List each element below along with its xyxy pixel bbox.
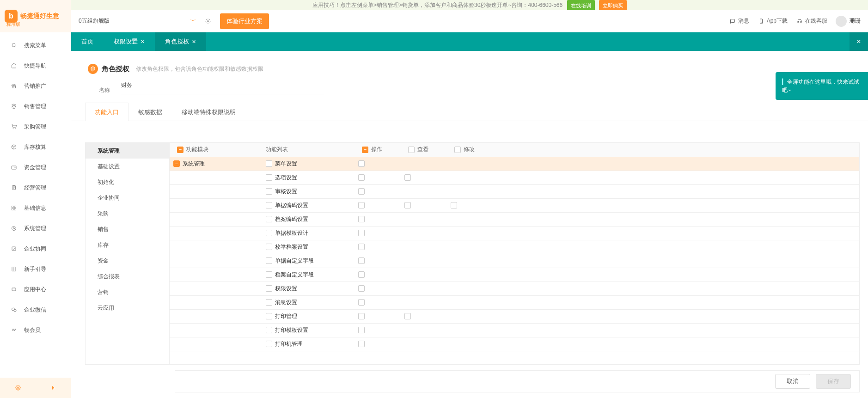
list-checkbox[interactable] (266, 160, 272, 167)
list-checkbox[interactable] (266, 244, 272, 250)
op-checkbox[interactable] (358, 257, 365, 264)
op-checkbox[interactable] (358, 299, 365, 306)
category-item[interactable]: 企业协同 (86, 190, 169, 206)
logo[interactable]: b 畅捷通好生意 标准版 (0, 0, 71, 32)
svg-point-0 (12, 43, 15, 47)
list-checkbox[interactable] (266, 202, 272, 208)
op-checkbox[interactable] (358, 341, 365, 347)
feature-name: 档案自定义字段 (275, 271, 314, 279)
svg-rect-28 (52, 386, 53, 390)
tenant-select[interactable]: 0五组旗舰版 ﹀ (79, 14, 196, 29)
op-checkbox[interactable] (358, 285, 365, 292)
tenant-settings-icon[interactable] (201, 14, 215, 29)
checkbox-all-edit[interactable] (454, 147, 461, 153)
nav-item-wechat[interactable]: 企业微信 (0, 300, 71, 320)
checkbox-all-op[interactable]: − (362, 147, 368, 153)
category-item[interactable]: 库存 (86, 237, 169, 253)
op-checkbox[interactable] (358, 313, 365, 319)
tab-首页[interactable]: 首页 (71, 32, 104, 51)
category-item[interactable]: 系统管理 (86, 143, 169, 159)
close-icon[interactable]: ✕ (192, 39, 196, 45)
nav-item-wallet[interactable]: 资金管理 (0, 157, 71, 178)
inner-tab-移动端特殊权限说明[interactable]: 移动端特殊权限说明 (172, 103, 245, 121)
nav-item-gift[interactable]: 营销推广 (0, 76, 71, 96)
industry-plan-button[interactable]: 体验行业方案 (220, 13, 269, 29)
tab-权限设置[interactable]: 权限设置✕ (104, 32, 155, 51)
nav-item-doc[interactable]: 经营管理 (0, 178, 71, 198)
nav-item-grid[interactable]: 基础信息 (0, 198, 71, 218)
avatar[interactable] (836, 16, 847, 27)
nav-item-search[interactable]: 搜索菜单 (0, 35, 71, 55)
category-item[interactable]: 销售 (86, 221, 169, 237)
inner-tabs: 功能入口敏感数据移动端特殊权限说明 (71, 103, 868, 121)
checkbox-all-module[interactable]: − (177, 147, 183, 153)
permission-row: 权限设置 (170, 282, 859, 295)
close-all-tabs[interactable]: ✕ (850, 32, 868, 51)
category-item[interactable]: 综合报表 (86, 269, 169, 284)
op-checkbox[interactable] (358, 160, 365, 167)
permission-row: 档案自定义字段 (170, 268, 859, 282)
inner-tab-敏感数据[interactable]: 敏感数据 (128, 103, 172, 121)
username[interactable]: 珊珊 (850, 17, 861, 25)
op-checkbox[interactable] (358, 188, 365, 195)
svg-rect-15 (14, 208, 16, 210)
view-checkbox[interactable] (404, 174, 411, 181)
list-checkbox[interactable] (266, 313, 272, 319)
nav-item-gear[interactable]: 系统管理 (0, 218, 71, 239)
op-checkbox[interactable] (358, 327, 365, 333)
list-checkbox[interactable] (266, 341, 272, 347)
nav-item-tag[interactable]: 销售管理 (0, 96, 71, 116)
list-checkbox[interactable] (266, 216, 272, 222)
category-item[interactable]: 采购 (86, 206, 169, 221)
list-checkbox[interactable] (266, 257, 272, 264)
category-item[interactable]: 初始化 (86, 174, 169, 190)
support-link[interactable]: 在线客服 (796, 17, 827, 25)
promo-buy-button[interactable]: 立即购买 (599, 0, 627, 11)
category-item[interactable]: 基础设置 (86, 159, 169, 174)
nav-item-box[interactable]: 库存核算 (0, 137, 71, 157)
list-checkbox[interactable] (266, 271, 272, 278)
collapse-icon[interactable] (48, 382, 59, 393)
op-checkbox[interactable] (358, 230, 365, 236)
feature-name: 单据模板设计 (275, 229, 308, 237)
nav-item-team[interactable]: 企业协同 (0, 239, 71, 259)
messages-link[interactable]: 消息 (729, 17, 749, 25)
permission-row: 单据自定义字段 (170, 254, 859, 268)
op-checkbox[interactable] (358, 244, 365, 250)
nav-item-book[interactable]: 新手引导 (0, 259, 71, 279)
module-checkbox[interactable]: − (173, 160, 180, 167)
inner-tab-功能入口[interactable]: 功能入口 (85, 103, 128, 121)
page-desc: 修改角色权限，包含该角色功能权限和敏感数据权限 (136, 65, 263, 73)
close-icon[interactable]: ✕ (141, 39, 145, 45)
fullscreen-hint[interactable]: 全屏功能在这里哦，快来试试吧~ (776, 72, 868, 100)
edit-checkbox[interactable] (451, 202, 457, 208)
op-checkbox[interactable] (358, 216, 365, 222)
category-item[interactable]: 资金 (86, 253, 169, 269)
list-checkbox[interactable] (266, 230, 272, 236)
category-item[interactable]: 营销 (86, 284, 169, 300)
nav-item-app[interactable]: 应用中心 (0, 279, 71, 300)
wechat-icon (9, 305, 18, 314)
list-checkbox[interactable] (266, 174, 272, 181)
checkbox-all-view[interactable] (408, 147, 415, 153)
nav-item-vip[interactable]: 畅会员 (0, 320, 71, 340)
nav-item-home[interactable]: 快捷导航 (0, 55, 71, 76)
tab-角色授权[interactable]: 角色授权✕ (155, 32, 206, 51)
cancel-button[interactable]: 取消 (775, 374, 810, 389)
settings-icon[interactable] (12, 382, 24, 393)
op-checkbox[interactable] (358, 271, 365, 278)
nav-item-cart[interactable]: 采购管理 (0, 116, 71, 137)
view-checkbox[interactable] (404, 313, 411, 319)
list-checkbox[interactable] (266, 299, 272, 306)
list-checkbox[interactable] (266, 327, 272, 333)
list-checkbox[interactable] (266, 285, 272, 292)
gear-icon (9, 224, 18, 233)
op-checkbox[interactable] (358, 174, 365, 181)
app-download-link[interactable]: App下载 (758, 17, 788, 25)
list-checkbox[interactable] (266, 188, 272, 195)
view-checkbox[interactable] (404, 202, 411, 208)
name-value: 财务 (121, 81, 324, 94)
category-item[interactable]: 云应用 (86, 300, 169, 316)
op-checkbox[interactable] (358, 202, 365, 208)
promo-train-button[interactable]: 在线培训 (567, 0, 595, 11)
